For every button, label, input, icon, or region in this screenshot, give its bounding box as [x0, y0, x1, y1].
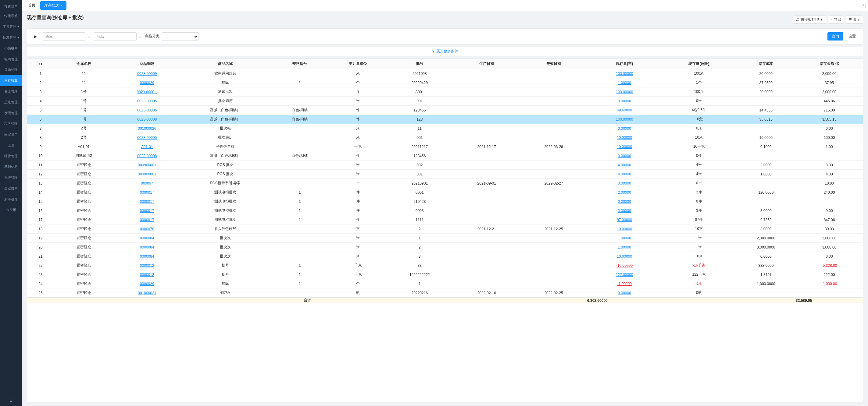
expand-conditions-btn[interactable]: ▼ 展开更多条件: [432, 49, 459, 54]
sidebar-item-invoice[interactable]: 发票管理: [0, 108, 22, 119]
cell-code: 0023-00008: [114, 115, 181, 124]
sidebar-item-inventory[interactable]: 库存核算: [0, 75, 22, 86]
sidebar-item-basic[interactable]: 基础信息: [0, 162, 22, 172]
warehouse-input[interactable]: [43, 32, 85, 41]
cell-warehouse: 置密轻仓: [54, 243, 114, 252]
sidebar-item-tax[interactable]: 税务管理: [0, 119, 22, 129]
cell-qty-sub: 2件: [661, 188, 736, 197]
cell-unit: 米: [330, 234, 386, 243]
cell-warehouse: 置密轻仓: [54, 289, 114, 298]
cell-warehouse: 2号: [54, 124, 114, 133]
cell-unit: 米: [330, 69, 386, 78]
sidebar-item-quicknav[interactable]: 快捷导航: [0, 11, 22, 21]
cell-code: 0000017: [114, 188, 181, 197]
cell-qty-main: 0.00000: [587, 124, 661, 133]
cell-amount: -1,000.00: [796, 279, 863, 289]
cell-cost: 0.1000: [736, 142, 796, 151]
category-select[interactable]: [162, 32, 198, 41]
cell-expire-date: 2022-02-27: [520, 179, 587, 188]
cell-batch: 20211217: [386, 142, 453, 151]
main-area: 首页 库存批次 × × 现存量查询(按仓库＋批次) 🖨 按模板打印 ▼ ↑ 导出: [22, 0, 868, 406]
cell-qty-sub: 87件: [661, 215, 736, 225]
cell-expire-date: 2022-03-26: [520, 142, 587, 151]
cell-amount: 8.00: [796, 161, 863, 170]
expand-icon: ▼: [432, 49, 435, 54]
product-input[interactable]: [94, 32, 136, 41]
cell-prod-date: 2021-12-21: [453, 225, 520, 234]
tab-inventory-batch[interactable]: 库存批次 ×: [40, 1, 66, 10]
cell-cost: 0.0000: [736, 252, 796, 261]
cell-qty-main: 0.00000: [587, 151, 661, 161]
cell-prod-date: [453, 261, 520, 270]
cell-batch: 1: [386, 234, 453, 243]
cell-spec: [270, 170, 329, 179]
cell-spec: [270, 88, 329, 97]
print-btn[interactable]: 🖨 按模板打印 ▼: [793, 15, 826, 24]
footer-amount-total: 32,589.05: [796, 298, 863, 303]
cell-warehouse: 置密轻仓: [54, 279, 114, 289]
sidebar-item-assets[interactable]: 固定资产: [0, 129, 22, 140]
cell-spec: 白色/闷橘: [270, 151, 329, 161]
cell-batch: 3: [386, 252, 453, 261]
cell-qty-main: 100.00000: [587, 69, 661, 78]
cell-code: 0023-00005: [114, 97, 181, 106]
sidebar-item-collab[interactable]: 企业协同: [0, 183, 22, 194]
cell-qty-main: 4.00000: [587, 161, 661, 170]
cell-batch: 2021098: [386, 69, 453, 78]
cell-expire-date: [520, 206, 587, 215]
cell-unit: 千克: [330, 270, 386, 279]
cell-prod-date: [453, 215, 520, 225]
cell-qty-main: 10.00000: [587, 225, 661, 234]
cell-name: 展际: [181, 78, 270, 88]
sidebar-search[interactable]: 搜索菜单: [0, 2, 22, 11]
cell-no: 14: [27, 188, 54, 197]
cell-unit: 个: [330, 279, 386, 289]
cell-batch: 2: [386, 243, 453, 252]
table-row: 6 1号 0023-00008 富减（白色/闷橘） 白色/闷橘 件 123 10…: [27, 115, 863, 124]
cell-spec: [270, 179, 329, 188]
sidebar-item-cloud[interactable]: 云应用: [0, 205, 22, 215]
cell-prod-date: 2021-12-17: [453, 142, 520, 151]
sidebar-item-retail[interactable]: 零售管理 ▾: [0, 21, 22, 32]
cell-batch: 33: [386, 261, 453, 270]
cell-cost: 1.8197: [736, 270, 796, 279]
gear-icon[interactable]: ⚙: [6, 396, 16, 406]
export-btn[interactable]: ↑ 导出: [828, 15, 844, 24]
cell-prod-date: [453, 270, 520, 279]
tab-home[interactable]: 首页: [24, 1, 39, 10]
sidebar-item-wages[interactable]: 工资: [0, 140, 22, 151]
sidebar-item-finance[interactable]: 资金管理: [0, 86, 22, 97]
sidebar-item-ecom[interactable]: 电商管理: [0, 54, 22, 65]
sidebar-item-purchase[interactable]: 采购管理: [0, 65, 22, 75]
th-expire-date: 失效日期: [520, 59, 587, 69]
cell-spec: [270, 289, 329, 298]
display-btn[interactable]: ☰ 显示: [846, 15, 863, 24]
settings-btn[interactable]: 设置: [845, 32, 859, 41]
sidebar-item-wholesale[interactable]: 批发管理 ▾: [0, 32, 22, 43]
sidebar-item-sys[interactable]: 系统管理: [0, 172, 22, 183]
sidebar-item-xiao[interactable]: 小脑电商: [0, 43, 22, 54]
sidebar-item-ops[interactable]: 经营管理: [0, 151, 22, 162]
cell-qty-main: 0.00000: [587, 289, 661, 298]
table-row: 10 测试遍历2 0023-00008 富减（白色/闷橘） 白色/闷橘 件 12…: [27, 151, 863, 161]
table-header-row: ⊙ 仓库名称 商品编码 商品名称 规格型号 主计量单位 批号 生产日期 失效日期…: [27, 59, 863, 69]
query-btn[interactable]: 查询: [828, 32, 843, 40]
cell-warehouse: 置密轻仓: [54, 234, 114, 243]
cell-expire-date: [520, 215, 587, 225]
cell-expire-date: [520, 252, 587, 261]
window-close-btn[interactable]: ×: [861, 3, 866, 8]
expand-filter-btn[interactable]: ▶: [31, 33, 40, 40]
cell-unit: 米: [330, 252, 386, 261]
cell-cost: 20.0000: [736, 69, 796, 78]
cell-amount: 1.00: [796, 142, 863, 151]
sidebar-item-ledger[interactable]: 总账管理: [0, 97, 22, 107]
sidebar-item-guide[interactable]: 新手引导: [0, 194, 22, 205]
cell-warehouse: 置密轻仓: [54, 225, 114, 234]
cell-no: 1: [27, 69, 54, 78]
cell-amount: 9.00: [796, 206, 863, 215]
th-prod-date: 生产日期: [453, 59, 520, 69]
tab-close-icon[interactable]: ×: [61, 4, 62, 7]
cell-spec: [270, 243, 329, 252]
cell-expire-date: [520, 133, 587, 142]
cell-prod-date: [453, 115, 520, 124]
